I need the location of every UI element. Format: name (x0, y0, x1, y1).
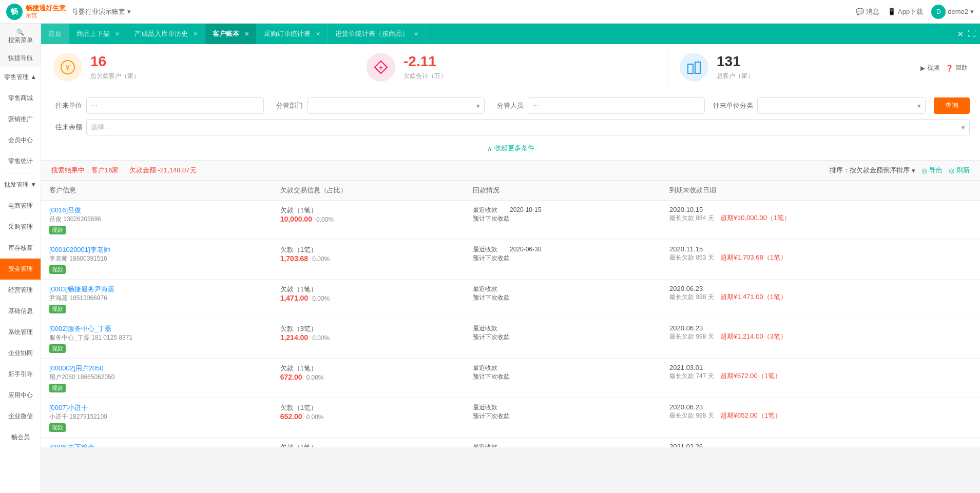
export-btn[interactable]: ◎ 导出 (921, 166, 943, 175)
sidebar-item-wechat[interactable]: 企业微信 (0, 406, 41, 427)
sidebar-item-basic[interactable]: 基础信息 (0, 301, 41, 322)
svg-rect-4 (688, 64, 693, 73)
sidebar-quick-nav[interactable]: 快捷导航 (0, 50, 41, 67)
stat-icon-1: ¥ (53, 53, 82, 82)
th-customer: 客户信息 (41, 181, 272, 201)
th-due: 到期未收款日期 (661, 181, 980, 201)
sidebar-item-enterprise[interactable]: 企业协同 (0, 343, 41, 364)
stat-icon-2: + (367, 53, 395, 82)
sidebar-item-guide[interactable]: 新手引导 (0, 364, 41, 385)
finance-label: 资金管理 (8, 265, 33, 273)
debt-amount-2: 1,703.68 (280, 254, 309, 263)
debt-amount-5: 672.00 (280, 373, 302, 381)
sidebar-search[interactable]: 🔍 搜索菜单 (0, 24, 41, 50)
main-layout: 🔍 搜索菜单 快捷导航 零售管理 ▲ 零售商城 营销推广 会员中心 零售统计 (0, 24, 980, 493)
tab-home[interactable]: 首页 (41, 24, 69, 44)
tab-products[interactable]: 商品上下架 ✕ (69, 24, 127, 44)
customer-name-link-2[interactable]: [0001020001]李老师 (49, 246, 110, 253)
user-avatar[interactable]: D demo2 ▾ (931, 5, 974, 19)
customer-phone-3: 尹海蒸 18513066976 (49, 294, 264, 303)
results-info: 搜索结果中，客户16家 欠款金额 -21,148.07元 (51, 166, 197, 175)
video-btn[interactable]: ▶ 视频 (920, 64, 939, 72)
customer-name-link-1[interactable]: [0016]吕俊 (49, 206, 81, 214)
due-days-4: 最长欠款 998 天 (669, 333, 720, 340)
results-text: 搜索结果中，客户16家 (51, 166, 119, 174)
tab-products-close[interactable]: ✕ (115, 31, 120, 37)
dept-select[interactable]: ▾ (307, 97, 485, 114)
member-label: 会员中心 (8, 136, 33, 145)
tab-customer-account[interactable]: 客户账本 ✕ (205, 24, 257, 44)
tab-purchase-stats-close[interactable]: ✕ (414, 31, 418, 37)
sort-select[interactable]: 排序：按欠款金额倒序排序 ▾ (830, 166, 915, 175)
sidebar-item-retail-mgmt[interactable]: 零售管理 ▲ (0, 67, 41, 88)
customer-name-link-5[interactable]: [000002]用户2050 (49, 364, 104, 372)
sidebar-item-operations[interactable]: 经营管理 (0, 280, 41, 301)
sidebar-item-marketing[interactable]: 营销推广 (0, 109, 41, 130)
refresh-btn[interactable]: ◎ 刷新 (949, 166, 970, 175)
tab-purchase-order[interactable]: 采购订单统计表 ✕ (257, 24, 328, 44)
tab-purchase-order-close[interactable]: ✕ (316, 31, 320, 37)
recover-cell-7: 最近收款 预计下次收款 (465, 438, 661, 448)
customer-name-link-4[interactable]: [0002]服务中心_丁磊 (49, 325, 111, 332)
sidebar-item-app-center[interactable]: 应用中心 (0, 385, 41, 406)
sidebar-item-vip[interactable]: 畅会员 (0, 427, 41, 448)
customer-phone-5: 用户2050 18665062050 (49, 373, 264, 382)
overdue-amount-3[interactable]: 超期¥1,471.00（1笔） (720, 293, 787, 301)
filter-row-1: 往来单位 ··· 分管部门 ▾ (51, 97, 970, 114)
supplier-input[interactable]: ··· (86, 97, 264, 114)
message-btn[interactable]: 💬 消息 (856, 7, 879, 16)
sidebar-item-ecommerce[interactable]: 电商管理 (0, 195, 41, 216)
page-content: ¥ 16 总欠款客户（家） + -2.1 (41, 44, 980, 447)
tab-production-close[interactable]: ✕ (193, 31, 198, 37)
company-selector[interactable]: 母婴行业演示账套 ▾ (72, 7, 131, 16)
stat-item-2: + -2.11 欠款合计（万） (354, 44, 667, 90)
sidebar-item-retail-mall[interactable]: 零售商城 (0, 88, 41, 109)
svg-rect-5 (695, 62, 700, 73)
stat-number-3: 131 (717, 53, 754, 70)
supplier-dots: ··· (91, 101, 98, 110)
operations-label: 经营管理 (8, 286, 33, 294)
next-recover-4: 预计下次收款 (473, 333, 653, 342)
overdue-amount-5[interactable]: 超期¥672.00（1笔） (720, 372, 781, 380)
tab-customer-close[interactable]: ✕ (244, 31, 249, 37)
filter-collapse-btn[interactable]: ∧ 收起更多条件 (51, 141, 970, 156)
app-download-btn[interactable]: 📱 App下载 (888, 7, 923, 16)
overdue-amount-1[interactable]: 超期¥10,000.00（1笔） (720, 214, 791, 222)
help-btn[interactable]: ❓ 帮助 (946, 64, 968, 72)
debt-cell-6: 欠款（1笔） 652.000.00% (272, 398, 465, 438)
category-select[interactable]: ▾ (757, 97, 926, 114)
sidebar-item-system[interactable]: 系统管理 (0, 322, 41, 343)
sidebar-item-batch-mgmt[interactable]: 批发管理 ▼ (0, 174, 41, 195)
category-arrow: ▾ (917, 102, 921, 110)
customer-name-link-7[interactable]: [0006]去下粮仓 (49, 443, 94, 447)
batch-mgmt-label: 批发管理 ▼ (4, 181, 36, 189)
system-label: 系统管理 (8, 328, 33, 337)
sidebar-item-member[interactable]: 会员中心 (0, 130, 41, 151)
sidebar-item-purchase[interactable]: 采购管理 (0, 216, 41, 238)
sidebar-item-retail-stats[interactable]: 零售统计 (0, 151, 41, 172)
svg-text:¥: ¥ (66, 64, 70, 72)
customer-name-link-3[interactable]: [0003]畅捷服务尹海蒸 (49, 285, 114, 293)
customer-cell-4: [0002]服务中心_丁磊 服务中心_丁磊 181 0125 8371 现款 (41, 319, 272, 359)
tab-production[interactable]: 产成品入库单历史 ✕ (127, 24, 205, 44)
tab-purchase-stats[interactable]: 进货单统计表（按商品） ✕ (328, 24, 426, 44)
due-date-3: 2020.06.23 (669, 285, 972, 292)
customer-name-link-6[interactable]: [0007]小迸干 (49, 404, 88, 411)
overdue-amount-4[interactable]: 超期¥1,214.00（3笔） (720, 332, 787, 340)
sidebar-item-inventory[interactable]: 库存核算 (0, 238, 41, 259)
overdue-amount-6[interactable]: 超期¥652.00（1笔） (720, 411, 781, 419)
overdue-amount-2[interactable]: 超期¥1,703.68（1笔） (720, 253, 787, 261)
tab-prev-btn[interactable]: ✕ (957, 29, 964, 39)
customer-cell-7: [0006]去下粮仓 陈小希 现款 (41, 438, 272, 448)
table-row: [0007]小迸干 小迸干 18279152100 现款 欠款（1笔） 652.… (41, 398, 980, 438)
table-container: 客户信息 欠款交易信息（占比） 回款情况 到期未收款日期 [0016]吕俊 (41, 181, 980, 447)
customer-tag-1: 现款 (49, 226, 66, 234)
tab-expand-btn[interactable]: ⛶ (968, 29, 976, 38)
person-input[interactable]: ··· (528, 97, 705, 114)
balance-label: 往来余额 (51, 123, 82, 132)
balance-placeholder: 选择... (91, 123, 110, 132)
query-button[interactable]: 查询 (934, 97, 970, 114)
recover-cell-6: 最近收款 预计下次收款 (465, 398, 661, 438)
sidebar-item-finance[interactable]: 资金管理 (0, 259, 41, 280)
balance-select[interactable]: 选择... ▾ (86, 119, 970, 135)
